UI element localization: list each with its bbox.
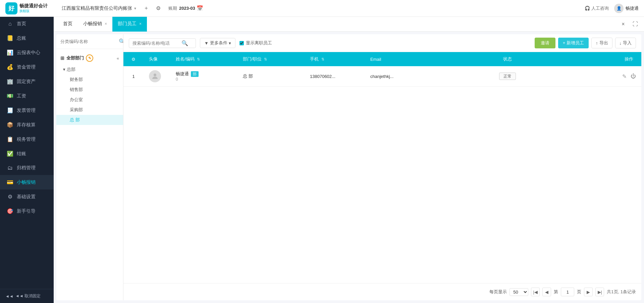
user-info[interactable]: 👤 畅捷通 — [614, 4, 639, 13]
tab-home[interactable]: 首页 — [58, 17, 78, 32]
first-page-button[interactable]: |◀ — [531, 288, 540, 296]
employee-data-table: ⚙ 头像 姓名/编码 ⇅ 部门/职位 — [123, 52, 641, 87]
sidebar-item-expense[interactable]: 💳 小畅报销 — [0, 175, 54, 189]
search-icon[interactable]: 🔍 — [119, 38, 123, 45]
support-button[interactable]: 🎧 人工咨询 — [585, 5, 609, 11]
settings-col-icon[interactable]: ⚙ — [131, 57, 136, 62]
reports-icon: 📊 — [7, 49, 13, 56]
sort-name-icon[interactable]: ⇅ — [197, 57, 200, 61]
tab-controls: × ⛶ — [619, 19, 640, 29]
sort-dept-icon[interactable]: ⇅ — [264, 57, 267, 61]
dept-child-purchase[interactable]: 采购部 — [56, 105, 123, 115]
more-filter-button[interactable]: ▼ 更多条件 ▾ — [200, 38, 235, 48]
col-dept-label: 部门/职位 — [243, 56, 262, 61]
import-icon: ↓ — [620, 41, 622, 46]
add-employee-label: + 新增员工 — [563, 40, 584, 46]
sidebar-item-settings[interactable]: ⚙ 基础设置 — [0, 189, 54, 204]
invite-button[interactable]: 邀请 — [535, 38, 555, 48]
sidebar-label-inventory: 库存核算 — [17, 122, 36, 128]
show-resigned-text: 显示离职员工 — [246, 40, 272, 46]
close-tab-button[interactable]: × — [619, 19, 628, 29]
invoice-icon: 🧾 — [7, 107, 13, 114]
dept-child-sales[interactable]: 销售部 — [56, 85, 123, 95]
sidebar-item-inventory[interactable]: 📦 库存核算 — [0, 118, 54, 132]
search-input-icon[interactable]: 🔍 — [181, 40, 188, 46]
settings-icon[interactable]: ⚙ — [154, 4, 163, 13]
cell-dept: 总 部 — [237, 66, 305, 87]
col-header-phone[interactable]: 手机 ⇅ — [305, 52, 365, 66]
col-name-label: 姓名/编码 — [176, 56, 195, 61]
dept-child-general[interactable]: 总 部 — [56, 115, 123, 125]
last-page-button[interactable]: ▶| — [595, 288, 604, 296]
avatar: 👤 — [614, 4, 624, 13]
archive-icon: 🗂 — [7, 165, 13, 171]
per-page-select[interactable]: 10 20 50 100 — [509, 288, 528, 296]
sidebar-item-guide[interactable]: 🎯 新手引导 — [0, 204, 54, 218]
logo-area: 好 畅捷通好会计 旗舰版 — [5, 2, 59, 14]
logout-employee-button[interactable]: ⏻ — [631, 73, 636, 80]
dept-parent-general[interactable]: ▾ 总部 — [56, 64, 123, 75]
col-header-avatar: 头像 — [144, 52, 170, 66]
sidebar-label-home: 首页 — [17, 21, 26, 27]
ledger-icon: 📒 — [7, 35, 13, 41]
sidebar-item-home[interactable]: ⌂ 首页 — [0, 17, 54, 31]
show-resigned-checkbox[interactable] — [239, 41, 244, 45]
filter-icon: ▼ — [204, 41, 209, 46]
status-badge: 正常 — [499, 73, 516, 80]
sidebar-item-reports[interactable]: 📊 云报表中心 — [0, 45, 54, 60]
col-header-name[interactable]: 姓名/编码 ⇅ — [170, 52, 237, 66]
sidebar-item-settle[interactable]: ✅ 结账 — [0, 146, 54, 161]
show-resigned-label[interactable]: 显示离职员工 — [239, 40, 272, 46]
tab-department[interactable]: 部门员工 × — [112, 17, 147, 32]
sidebar-item-invoice[interactable]: 🧾 发票管理 — [0, 103, 54, 118]
sidebar-item-archive[interactable]: 🗂 归档管理 — [0, 161, 54, 175]
import-button[interactable]: ↓ 导入 — [615, 38, 636, 48]
close-department-tab-icon[interactable]: × — [139, 21, 142, 26]
add-tab-button[interactable]: ＋ — [142, 4, 151, 13]
add-employee-button[interactable]: + 新增员工 — [558, 38, 589, 48]
dept-child-office[interactable]: 办公室 — [56, 95, 123, 105]
col-header-actions: 操作 — [549, 52, 641, 66]
sidebar-item-tax[interactable]: 📋 税务管理 — [0, 132, 54, 146]
cell-name-code: 畅捷通 部 0 — [170, 66, 237, 87]
headset-icon: 🎧 — [585, 6, 590, 11]
edit-employee-button[interactable]: ✎ — [622, 73, 627, 80]
calendar-icon[interactable]: 📅 — [197, 5, 203, 11]
header-actions: ＋ ⚙ — [142, 4, 163, 13]
sidebar-label-invoice: 发票管理 — [17, 107, 36, 114]
sidebar-item-assets[interactable]: 🏢 固定资产 — [0, 74, 54, 89]
sidebar: ⌂ 首页 📒 总账 📊 云报表中心 💰 资金管理 🏢 固定资产 💵 工资 🧾 发… — [0, 17, 54, 303]
page-number-input[interactable] — [561, 288, 574, 296]
sidebar-item-capital[interactable]: 💰 资金管理 — [0, 60, 54, 74]
dept-child-finance[interactable]: 财务部 — [56, 75, 123, 85]
sidebar-label-expense: 小畅报销 — [17, 179, 36, 185]
dept-search-input[interactable] — [60, 39, 117, 44]
dept-expand-icon: ▾ — [63, 67, 65, 72]
expand-tab-button[interactable]: ⛶ — [631, 19, 640, 29]
logo-text-group: 畅捷通好会计 旗舰版 — [19, 3, 48, 13]
tab-home-label: 首页 — [63, 21, 72, 27]
dept-root-item[interactable]: ⊞ 全部部门 ✎ « — [56, 52, 123, 64]
name-wrapper: 畅捷通 部 — [176, 71, 232, 77]
close-expense-tab-icon[interactable]: × — [105, 21, 107, 26]
employee-code: 0 — [176, 77, 232, 82]
filter-label: 更多条件 — [210, 40, 227, 46]
grid-icon: ⊞ — [60, 55, 64, 61]
company-selector[interactable]: 江西服宝精品有限责任公司内账张 ▾ — [59, 4, 139, 13]
dept-collapse-icon[interactable]: « — [117, 56, 119, 61]
prev-page-button[interactable]: ◀ — [542, 288, 551, 296]
col-header-dept[interactable]: 部门/职位 ⇅ — [237, 52, 305, 66]
col-phone-label: 手机 — [310, 56, 319, 61]
export-button[interactable]: ↑ 导出 — [591, 38, 612, 48]
sidebar-item-ledger[interactable]: 📒 总账 — [0, 31, 54, 45]
cell-actions: ✎ ⏻ — [549, 66, 641, 87]
dept-edit-badge[interactable]: ✎ — [86, 54, 93, 62]
sort-phone-icon[interactable]: ⇅ — [321, 57, 324, 61]
pin-icon: ◄◄ — [5, 294, 13, 299]
sidebar-item-payroll[interactable]: 💵 工资 — [0, 89, 54, 103]
next-page-button[interactable]: ▶ — [584, 288, 593, 296]
employee-search-input[interactable] — [132, 41, 179, 46]
logo-icon: 好 — [5, 2, 17, 14]
tab-expense[interactable]: 小畅报销 × — [78, 17, 112, 32]
sidebar-pin-toggle[interactable]: ◄◄ ◄◄ 取消固定 — [0, 289, 54, 303]
